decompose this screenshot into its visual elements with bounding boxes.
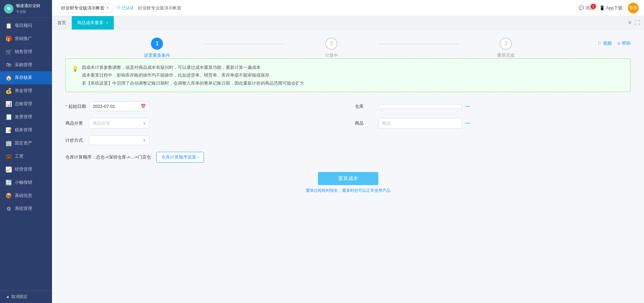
tab-recalc-close[interactable]: × [106,20,108,25]
tab-home[interactable]: 首页 [52,16,72,30]
close-window-icon[interactable]: ✕ [628,19,632,26]
goods-more-icon[interactable]: ··· [466,120,470,126]
info-icon: 💡 [72,64,78,87]
sidebar-icon-system: ⚙ [5,206,12,212]
sidebar-brand-block: 畅捷通好业财 专业版 [16,3,40,14]
warehouse-label: 仓库 [355,103,375,110]
warehouse-input[interactable] [378,104,462,109]
unpin-icon: ◄ [5,295,9,299]
user-avatar-label: 珠珠 [629,5,637,11]
sidebar-icon-project: 📋 [5,23,12,29]
goods-placeholder: 商品 [382,120,391,126]
sidebar-item-invoice[interactable]: 🧾 发票管理 [0,111,52,124]
recalc-button[interactable]: 重算成本 [318,172,378,185]
shield-icon: 🛡 [116,6,120,10]
calendar-icon: 📅 [141,104,146,109]
verified-text: 已认证 [122,5,134,11]
sidebar-label-system: 系统管理 [15,206,32,212]
sidebar-item-purchase[interactable]: 🛍 采购管理 [0,58,52,71]
sidebar-icon-ledger: 📊 [5,101,12,107]
start-date-value: 2022-07-01 [93,104,115,109]
warehouse-order-btn[interactable]: 仓库计算顺序设置 › [156,152,204,163]
app-download-action[interactable]: 📱 App下载 [599,5,623,11]
sidebar-item-ledger[interactable]: 📊 总账管理 [0,97,52,111]
app-download-label: App下载 [606,5,623,11]
sidebar-label-inventory: 库存核算 [15,75,32,81]
sidebar-label-purchase: 采购管理 [15,62,32,68]
maximize-icon[interactable]: ⛶ [635,20,640,26]
sidebar-icon-salary: 💼 [5,153,12,160]
sidebar-item-inventory[interactable]: 🏠 库存核算 [0,71,52,84]
pricing-select[interactable]: ▾ [89,135,149,145]
account-selector[interactable]: 好业财专业版演示帐套 ▾ [57,3,112,13]
info-box: 💡 因成本计算参数调整，或是对商品成本有疑问时，可以通过成本重算功能，重新计算一… [65,58,631,92]
sidebar-icon-purchase: 🛍 [5,62,12,68]
goods-field: 商品 商品 ··· [355,118,631,129]
goods-label: 商品 [355,120,375,126]
pricing-field: 计价方式 ▾ [65,135,341,145]
sidebar-icon-inventory: 🏠 [5,75,12,81]
info-box-content: 因成本计算参数调整，或是对商品成本有疑问时，可以通过成本重算功能，重新计算一遍成… [82,63,304,87]
sidebar-label-finance: 资金管理 [15,88,32,94]
form-row-3: 计价方式 ▾ [65,135,631,145]
sidebar-item-marketing[interactable]: 🎁 营销推广 [0,32,52,45]
message-icon: 💬 [579,5,584,10]
sidebar-item-finance[interactable]: 💰 资金管理 [0,84,52,97]
notification-badge: 1 [591,4,596,9]
step-3: 3 重算完成 [459,38,553,58]
warehouse-order-row: 仓库计算顺序：总仓->深圳仓库->...->门店仓 仓库计算顺序设置 › [65,152,631,163]
step-2-label: 计算中 [325,52,338,58]
start-date-input[interactable]: 2022-07-01 📅 [89,101,150,111]
video-link[interactable]: ▷ 视频 [598,40,612,46]
warehouse-order-text: 仓库计算顺序：总仓->深圳仓库->...->门店仓 [65,154,151,160]
tab-bar: 首页 商品成本重算 × ✕ ⛶ [52,16,644,30]
sidebar: 畅 畅捷通好业财 专业版 📋 项目顾问 🎁 营销推广 🛒 销售管理 🛍 采购管理… [0,0,52,303]
help-link[interactable]: ⊙ 帮助 [617,40,631,46]
steps-right-links: ▷ 视频 ⊙ 帮助 [598,38,631,46]
form-section: 起始日期 2022-07-01 📅 仓库 ··· 商品分类 [65,101,631,193]
warehouse-order-chevron: › [198,155,199,160]
step-1-label: 设置重算条件 [144,52,170,58]
category-select[interactable]: 商品分类 ▾ [89,118,149,129]
sidebar-footer-unpin[interactable]: ◄ 取消固定 [0,290,52,303]
warehouse-more-icon[interactable]: ··· [466,103,470,110]
step-line-1 [204,44,284,44]
sidebar-label-invoice: 发票管理 [15,114,32,120]
sidebar-label-project: 项目顾问 [15,23,32,29]
sidebar-item-expense[interactable]: 🔄 小畅报销 [0,176,52,189]
warehouse-field: 仓库 ··· [355,103,631,110]
sidebar-icon-marketing: 🎁 [5,36,12,42]
user-avatar[interactable]: 珠珠 [628,3,639,13]
step-1-circle: 1 [151,38,163,50]
sidebar-item-operation[interactable]: 📈 经营管理 [0,163,52,176]
recalc-btn-label: 重算成本 [338,175,358,181]
header-account-name: 好业财专业版演示帐套 [138,5,181,11]
sidebar-icon-assets: 🏢 [5,140,12,146]
warehouse-order-btn-label: 仓库计算顺序设置 [161,154,196,160]
tab-controls: ✕ ⛶ [628,19,644,26]
sidebar-item-basic[interactable]: 📦 基础信息 [0,189,52,202]
form-row-2: 商品分类 商品分类 ▾ 商品 商品 ··· [65,118,631,129]
sidebar-label-ledger: 总账管理 [15,101,32,107]
sidebar-footer-label: 取消固定 [11,294,28,300]
goods-input[interactable]: 商品 [378,118,462,129]
tab-recalc[interactable]: 商品成本重算 × [72,16,114,30]
category-chevron: ▾ [143,121,146,126]
header-actions: 💬 消息 1 📱 App下载 珠珠 [579,3,639,13]
tab-recalc-label: 商品成本重算 [77,20,103,26]
sidebar-label-sales: 销售管理 [15,49,32,55]
sidebar-label-salary: 工资 [15,153,23,159]
sidebar-item-salary[interactable]: 💼 工资 [0,150,52,163]
account-selector-chevron: ▾ [107,6,109,10]
phone-icon: 📱 [599,5,605,10]
step-3-label: 重算完成 [497,52,515,58]
sidebar-item-project[interactable]: 📋 项目顾问 [0,19,52,32]
sidebar-item-system[interactable]: ⚙ 系统管理 [0,202,52,215]
form-row-1: 起始日期 2022-07-01 📅 仓库 ··· [65,101,631,111]
sidebar-item-assets[interactable]: 🏢 固定资产 [0,137,52,150]
step-2: 2 计算中 [284,38,378,58]
message-action[interactable]: 💬 消息 1 [579,5,594,11]
sidebar-item-sales[interactable]: 🛒 销售管理 [0,45,52,58]
sidebar-item-tax[interactable]: 📝 税务管理 [0,124,52,137]
pricing-label: 计价方式 [65,137,86,143]
